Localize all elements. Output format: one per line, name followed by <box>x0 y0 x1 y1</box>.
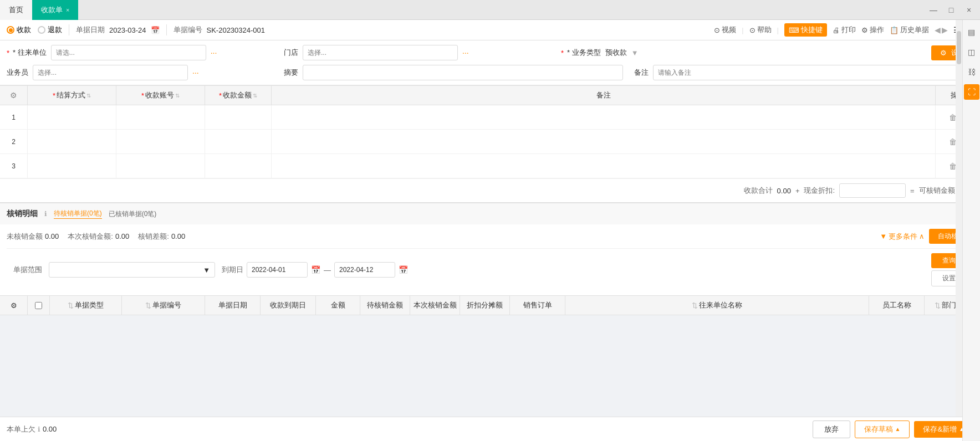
discount-input[interactable] <box>839 183 906 198</box>
next-arrow[interactable]: ▶ <box>942 25 948 34</box>
unverified-field: 未核销金额 0.00 <box>7 232 59 242</box>
pending-tab[interactable]: 待核销单据(0笔) <box>54 209 102 219</box>
table-settings-icon[interactable]: ⚙ <box>10 91 17 100</box>
td-settlement-2[interactable] <box>28 130 116 153</box>
operation-icon: ⚙ <box>861 26 868 34</box>
history-button[interactable]: 📋 历史单据 <box>890 25 929 35</box>
range-label: 单据范围 <box>13 265 42 275</box>
unverified-value: 0.00 <box>45 232 59 240</box>
staff-input[interactable] <box>33 65 188 80</box>
footer-buttons: 放弃 保存草稿 ▲ 保存&新增 ▲ <box>813 421 973 438</box>
cal-to-icon[interactable]: 📅 <box>399 265 408 274</box>
td-no-3: 3 <box>0 154 28 178</box>
select-all-checkbox[interactable] <box>35 302 42 309</box>
operation-button[interactable]: ⚙ 操作 <box>861 25 884 35</box>
scrollbar-thumb[interactable] <box>957 31 961 64</box>
store-more-icon[interactable]: ··· <box>460 48 471 57</box>
current-verify-label: 本次核销金额: <box>68 232 113 242</box>
current-verify-field: 本次核销金额: 0.00 <box>68 232 129 242</box>
td-settlement-3[interactable] <box>28 154 116 178</box>
store-field: 门店 ··· <box>284 45 550 60</box>
cal-from-icon[interactable]: 📅 <box>311 265 320 274</box>
total-value: 0.00 <box>777 187 791 195</box>
more-conditions-button[interactable]: ▼ 更多条件 ∧ <box>880 232 925 242</box>
date-from-input[interactable] <box>247 262 308 278</box>
counterparty-more-icon[interactable]: ··· <box>208 48 220 57</box>
footer-info-icon[interactable]: ℹ <box>38 425 40 433</box>
td-remark-1[interactable] <box>272 105 936 129</box>
receipt-radio[interactable]: 收款 <box>7 25 31 35</box>
tab-home[interactable]: 首页 <box>0 0 32 20</box>
verification-info-icon[interactable]: ℹ <box>44 210 47 218</box>
toolbar-divider-1 <box>69 24 69 35</box>
form-row-2: 业务员 ··· 摘要 备注 <box>7 65 973 80</box>
counterparty-input[interactable] <box>51 45 206 60</box>
refund-radio[interactable]: 退款 <box>38 25 62 35</box>
account-sort-icon[interactable]: ⇅ <box>175 93 180 99</box>
completed-tab[interactable]: 已核销单据(0笔) <box>109 209 157 219</box>
amount-sort-icon[interactable]: ⇅ <box>253 93 257 99</box>
total-label: 收款合计 <box>744 186 773 196</box>
business-type-field: * * 业务类型 预收款 ▼ <box>561 48 931 58</box>
td-amount-2[interactable] <box>205 130 272 153</box>
td-amount-3[interactable] <box>205 154 272 178</box>
receipt-radio-circle <box>7 26 14 34</box>
minimize-button[interactable]: — <box>925 0 942 20</box>
diff-label: 核销差额: <box>138 232 169 242</box>
diff-field: 核销差额: 0.00 <box>138 232 185 242</box>
tab-close-icon[interactable]: × <box>66 0 69 20</box>
sidebar-icon-4[interactable]: ⛶ <box>964 84 979 100</box>
range-select[interactable]: ▼ <box>49 262 215 278</box>
td-remark-2[interactable] <box>272 130 936 153</box>
calendar-icon[interactable]: 📅 <box>151 26 160 34</box>
history-icon: 📋 <box>890 26 899 34</box>
bth-verify: 本次核销金额 <box>410 296 460 315</box>
shortcut-button[interactable]: ⌨ 快捷键 <box>784 23 827 37</box>
scrollbar[interactable] <box>956 20 962 417</box>
abandon-button[interactable]: 放弃 <box>813 421 850 438</box>
prev-arrow[interactable]: ◀ <box>935 25 941 34</box>
refund-radio-label: 退款 <box>48 25 62 35</box>
refund-radio-circle <box>38 26 45 34</box>
date-to-input[interactable] <box>334 262 395 278</box>
staff-label: 业务员 <box>7 68 28 78</box>
bth-checkbox[interactable] <box>28 296 50 315</box>
tab-receipts[interactable]: 收款单 × <box>32 0 78 20</box>
td-settlement-1[interactable] <box>28 105 116 129</box>
verify-stats-row: 未核销金额 0.00 本次核销金额: 0.00 核销差额: 0.00 ▼ 更多条… <box>7 229 973 244</box>
th-settings[interactable]: ⚙ <box>0 86 28 105</box>
td-no-2: 2 <box>0 130 28 153</box>
sidebar-icon-3[interactable]: ⛓ <box>964 64 979 80</box>
counterparty-label: * 往来单位 <box>13 48 47 58</box>
restore-button[interactable]: □ <box>942 0 960 20</box>
business-type-value: 预收款 <box>605 48 627 58</box>
sidebar-icon-2[interactable]: ◫ <box>964 44 979 60</box>
table-row: 2 🗑 ⊕ <box>0 130 980 154</box>
td-remark-3[interactable] <box>272 154 936 178</box>
summary-input[interactable] <box>303 65 623 80</box>
save-draft-button[interactable]: 保存草稿 ▲ <box>855 421 910 438</box>
th-amount: * 收款金额 ⇅ <box>205 86 272 105</box>
close-button[interactable]: × <box>960 0 978 20</box>
sidebar-icon-1[interactable]: ▤ <box>964 24 979 40</box>
td-account-1[interactable] <box>116 105 205 129</box>
help-circle-icon: ⊙ <box>749 26 756 34</box>
remark-input[interactable] <box>653 65 973 80</box>
th-account: * 收款账号 ⇅ <box>116 86 205 105</box>
help-button[interactable]: ⊙ 帮助 <box>749 25 772 35</box>
print-button[interactable]: 🖨 打印 <box>833 25 856 35</box>
summary-label: 摘要 <box>284 68 298 78</box>
staff-more-icon[interactable]: ··· <box>190 68 201 77</box>
bill-no-value: SK-20230324-001 <box>207 26 266 34</box>
video-button[interactable]: ⊙ 视频 <box>714 25 736 35</box>
td-amount-1[interactable] <box>205 105 272 129</box>
td-account-3[interactable] <box>116 154 205 178</box>
bth-settings[interactable]: ⚙ <box>0 296 28 315</box>
store-input[interactable] <box>303 45 458 60</box>
td-account-2[interactable] <box>116 130 205 153</box>
verification-section-header: 核销明细 ℹ 待核销单据(0笔) 已核销单据(0笔) <box>0 202 980 224</box>
tab-receipts-label: 收款单 <box>41 0 63 20</box>
business-type-dropdown[interactable]: ▼ <box>631 49 639 57</box>
filter-row: 单据范围 ▼ 到期日 📅 — 📅 查询 设置 <box>7 248 973 291</box>
settlement-sort-icon[interactable]: ⇅ <box>86 93 91 99</box>
